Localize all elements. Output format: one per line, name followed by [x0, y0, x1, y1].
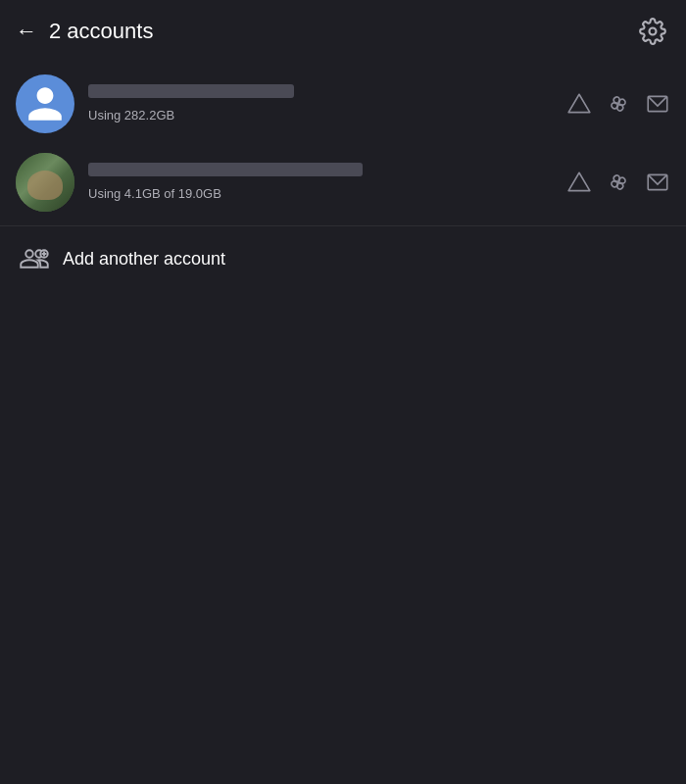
account-name-bar	[88, 84, 294, 98]
svg-marker-3	[568, 172, 590, 190]
drive-icon[interactable]	[566, 170, 592, 195]
add-account-label: Add another account	[63, 249, 225, 270]
account-icons	[566, 91, 670, 117]
drive-icon[interactable]	[566, 91, 592, 117]
gmail-icon[interactable]	[645, 170, 670, 195]
account-row[interactable]: Using 282.2GB	[0, 65, 686, 143]
svg-point-0	[650, 28, 657, 35]
header-left: ← 2 accounts	[16, 19, 153, 44]
account-info: Using 282.2GB	[88, 84, 557, 123]
account-name-bar	[88, 163, 363, 176]
back-button[interactable]: ←	[16, 19, 37, 44]
settings-icon[interactable]	[639, 18, 666, 45]
add-account-button[interactable]: Add another account	[0, 230, 686, 287]
page-title: 2 accounts	[49, 19, 153, 44]
account-storage: Using 282.2GB	[88, 108, 174, 122]
header: ← 2 accounts	[0, 0, 686, 55]
divider	[0, 225, 686, 226]
svg-marker-1	[568, 94, 590, 112]
add-person-icon	[20, 244, 49, 273]
gmail-icon[interactable]	[645, 91, 670, 117]
photos-icon[interactable]	[606, 91, 631, 117]
account-row[interactable]: Using 4.1GB of 19.0GB	[0, 143, 686, 221]
account-icons	[566, 170, 670, 195]
avatar	[16, 153, 74, 212]
account-storage: Using 4.1GB of 19.0GB	[88, 186, 221, 201]
account-info: Using 4.1GB of 19.0GB	[88, 163, 557, 202]
avatar	[16, 74, 74, 133]
accounts-list: Using 282.2GB	[0, 55, 686, 297]
photos-icon[interactable]	[606, 170, 631, 195]
